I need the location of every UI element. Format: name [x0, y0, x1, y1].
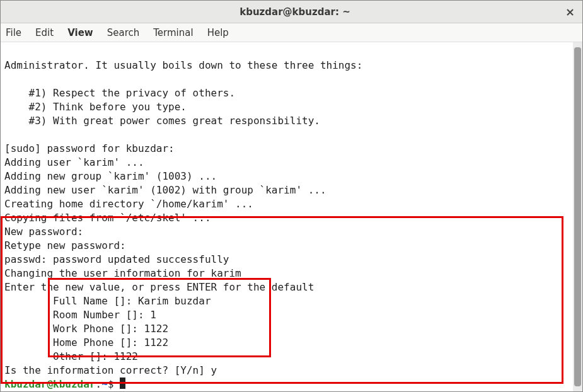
menu-view[interactable]: View [67, 27, 93, 38]
terminal-line: Retype new password: [4, 239, 126, 251]
terminal-line: Other []: 1122 [4, 350, 138, 362]
window-title: kbuzdar@kbuzdar: ~ [240, 6, 350, 18]
menu-search[interactable]: Search [107, 27, 140, 38]
terminal-line: Administrator. It usually boils down to … [4, 59, 362, 71]
terminal-line: #3) With great power comes great respons… [4, 115, 320, 127]
prompt-colon: : [96, 378, 102, 390]
terminal-line: #1) Respect the privacy of others. [4, 87, 235, 99]
menu-help[interactable]: Help [207, 27, 229, 38]
terminal-line: Adding user `karim' ... [4, 156, 144, 168]
scrollbar[interactable] [573, 42, 582, 391]
menu-terminal[interactable]: Terminal [153, 27, 193, 38]
terminal-line: Creating home directory `/home/karim' ..… [4, 198, 253, 210]
prompt-host: kbuzdar [53, 378, 95, 390]
menu-file[interactable]: File [6, 27, 21, 38]
titlebar[interactable]: kbuzdar@kbuzdar: ~ × [1, 1, 582, 23]
terminal-content[interactable]: Administrator. It usually boils down to … [1, 42, 573, 391]
prompt-at: @ [47, 378, 53, 390]
terminal-line: New password: [4, 226, 83, 238]
terminal-line: Enter the new value, or press ENTER for … [4, 281, 314, 293]
prompt-path: ~ [101, 378, 108, 390]
scrollbar-thumb[interactable] [574, 47, 581, 386]
terminal-line: Work Phone []: 1122 [4, 323, 168, 335]
close-icon[interactable]: × [565, 5, 575, 18]
terminal-line: Adding new group `karim' (1003) ... [4, 170, 217, 182]
terminal-window: kbuzdar@kbuzdar: ~ × File Edit View Sear… [0, 0, 583, 392]
menu-edit[interactable]: Edit [35, 27, 54, 38]
terminal-line: [sudo] password for kbuzdar: [4, 142, 175, 154]
terminal-line: Full Name []: Karim buzdar [4, 295, 211, 307]
prompt-dollar: $ [108, 378, 120, 390]
terminal-line: passwd: password updated successfully [4, 253, 229, 265]
prompt-user: kbuzdar [4, 378, 47, 390]
terminal-line: Is the information correct? [Y/n] y [4, 364, 217, 376]
terminal-line: Home Phone []: 1122 [4, 337, 168, 349]
terminal-line: #2) Think before you type. [4, 101, 187, 113]
terminal-line: Copying files from `/etc/skel' ... [4, 212, 211, 224]
terminal-line: Adding new user `karim' (1002) with grou… [4, 184, 326, 196]
terminal-area: Administrator. It usually boils down to … [1, 42, 582, 391]
terminal-line: Changing the user information for karim [4, 267, 241, 279]
terminal-line: Room Number []: 1 [4, 309, 156, 321]
cursor-icon [120, 378, 125, 389]
menubar: File Edit View Search Terminal Help [1, 23, 582, 42]
